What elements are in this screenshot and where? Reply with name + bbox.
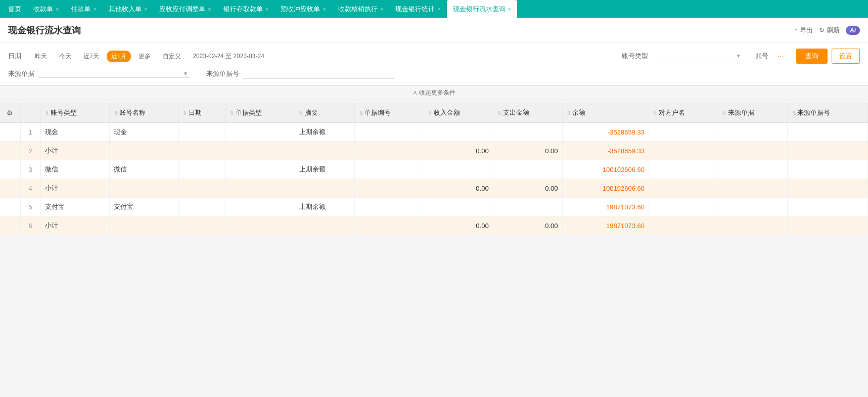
td-source-doc — [718, 123, 787, 142]
td-summary: 上期余额 — [295, 160, 354, 179]
nav-prepay[interactable]: 预收冲应收单 × — [275, 0, 332, 18]
td-expense — [493, 198, 562, 216]
source-doc-group: 来源单据 ▼ — [8, 69, 190, 78]
td-account-type: 小计 — [40, 216, 110, 235]
td-action — [0, 179, 20, 198]
account-more-button[interactable]: ··· — [778, 52, 784, 61]
td-doc-no — [354, 216, 424, 235]
refresh-icon: ↻ — [819, 26, 825, 34]
td-action — [0, 160, 20, 179]
td-doc-type — [225, 198, 295, 216]
nav-payment[interactable]: 付款单 × — [65, 0, 102, 18]
td-doc-no — [354, 142, 424, 160]
table-row: 4小计0.000.00100102606.60 — [0, 179, 868, 198]
td-account-name — [110, 216, 179, 235]
account-type-label: 账号类型 — [622, 52, 648, 61]
th-expense[interactable]: ⇅支出金额 — [493, 103, 562, 123]
th-gear[interactable]: ⚙ — [0, 103, 20, 123]
date-btn-1month[interactable]: 近1月 — [107, 51, 131, 62]
query-button[interactable]: 查询 — [796, 49, 828, 64]
td-doc-type — [225, 142, 295, 160]
close-adjust-icon[interactable]: × — [208, 6, 211, 12]
page-header: 现金银行流水查询 ↑ 导出 ↻ 刷新 Ai — [0, 18, 868, 42]
td-action — [0, 142, 20, 160]
td-balance: 19871073.60 — [562, 216, 649, 235]
th-account-type[interactable]: ⇅账号类型 — [40, 103, 110, 123]
settings-button[interactable]: 设置 — [832, 49, 860, 64]
td-action — [0, 198, 20, 216]
td-source-doc-no — [787, 198, 867, 216]
sort-account-type-icon: ⇅ — [45, 110, 49, 116]
td-account-type: 支付宝 — [40, 198, 110, 216]
td-date — [179, 142, 225, 160]
nav-collect[interactable]: 收款核销执行 × — [332, 0, 389, 18]
nav-cashflow[interactable]: 现金银行流水查询 × — [447, 0, 517, 18]
td-expense — [493, 123, 562, 142]
nav-other-income[interactable]: 其他收入单 × — [103, 0, 153, 18]
td-date — [179, 198, 225, 216]
date-btn-custom[interactable]: 自定义 — [158, 51, 186, 62]
td-account-name: 微信 — [110, 160, 179, 179]
td-doc-no — [354, 179, 424, 198]
nav-stats[interactable]: 现金银行统计 × — [389, 0, 446, 18]
close-cashflow-icon[interactable]: × — [508, 6, 511, 12]
td-balance: 19871073.60 — [562, 198, 649, 216]
sort-account-name-icon: ⇅ — [114, 110, 118, 116]
th-doc-no[interactable]: ⇅单据编号 — [354, 103, 424, 123]
td-counterparty — [649, 142, 718, 160]
close-other-income-icon[interactable]: × — [144, 6, 147, 12]
date-btn-more[interactable]: 更多 — [134, 51, 155, 62]
th-source-doc-no[interactable]: ⇅来源单据号 — [787, 103, 867, 123]
th-balance[interactable]: ⇅余额 — [562, 103, 649, 123]
close-collect-icon[interactable]: × — [380, 6, 383, 12]
date-options: 昨天 今天 近7天 近1月 更多 自定义 — [30, 51, 186, 62]
th-income[interactable]: ⇅收入金额 — [424, 103, 493, 123]
td-source-doc — [718, 198, 787, 216]
close-bank-deposit-icon[interactable]: × — [265, 6, 268, 12]
close-stats-icon[interactable]: × — [437, 6, 440, 12]
ai-button[interactable]: Ai — [846, 26, 860, 35]
td-account-type: 小计 — [40, 142, 110, 160]
th-doc-type[interactable]: ⇅单据类型 — [225, 103, 295, 123]
gear-icon[interactable]: ⚙ — [7, 109, 13, 117]
td-income — [424, 198, 493, 216]
th-source-doc[interactable]: ⇅来源单据 — [718, 103, 787, 123]
td-doc-no — [354, 160, 424, 179]
td-source-doc — [718, 160, 787, 179]
date-btn-7days[interactable]: 近7天 — [79, 51, 104, 62]
td-summary: 上期余额 — [295, 123, 354, 142]
close-receipt-icon[interactable]: × — [56, 6, 59, 12]
td-expense: 0.00 — [493, 179, 562, 198]
collapse-bar[interactable]: ∧ 收起更多条件 — [0, 85, 868, 100]
th-counterparty[interactable]: ⇅对方户名 — [649, 103, 718, 123]
th-account-name[interactable]: ⇅账号名称 — [110, 103, 179, 123]
nav-bank-deposit[interactable]: 银行存取款单 × — [217, 0, 275, 18]
td-date — [179, 179, 225, 198]
td-date — [179, 160, 225, 179]
th-date[interactable]: ⇅日期 — [179, 103, 225, 123]
close-payment-icon[interactable]: × — [93, 6, 96, 12]
filter-row-2: 来源单据 ▼ 来源单据号 — [8, 69, 860, 79]
nav-home[interactable]: 首页 — [2, 0, 27, 18]
source-doc-arrow-icon: ▼ — [183, 71, 188, 76]
nav-adjust[interactable]: 应收应付调整单 × — [153, 0, 217, 18]
source-doc-num-input[interactable] — [243, 69, 395, 79]
refresh-button[interactable]: ↻ 刷新 — [819, 26, 840, 35]
table-body: 1现金现金上期余额-3528659.332小计0.000.00-3528659.… — [0, 123, 868, 235]
source-doc-num-group: 来源单据号 — [206, 69, 395, 79]
date-btn-today[interactable]: 今天 — [55, 51, 76, 62]
td-row-num: 1 — [20, 123, 40, 142]
date-btn-yesterday[interactable]: 昨天 — [30, 51, 52, 62]
td-row-num: 6 — [20, 216, 40, 235]
source-doc-num-label: 来源单据号 — [206, 69, 239, 78]
close-prepay-icon[interactable]: × — [323, 6, 326, 12]
source-doc-select[interactable]: ▼ — [38, 70, 190, 78]
td-action — [0, 216, 20, 235]
account-type-select[interactable]: ▼ — [652, 52, 743, 60]
export-button[interactable]: ↑ 导出 — [795, 26, 813, 35]
top-nav: 首页 收款单 × 付款单 × 其他收入单 × 应收应付调整单 × 银行存取款单 … — [0, 0, 868, 18]
th-summary[interactable]: ⇅摘要 — [295, 103, 354, 123]
nav-receipt[interactable]: 收款单 × — [27, 0, 65, 18]
table-row: 2小计0.000.00-3528659.33 — [0, 142, 868, 160]
header-actions: ↑ 导出 ↻ 刷新 Ai — [795, 26, 860, 35]
